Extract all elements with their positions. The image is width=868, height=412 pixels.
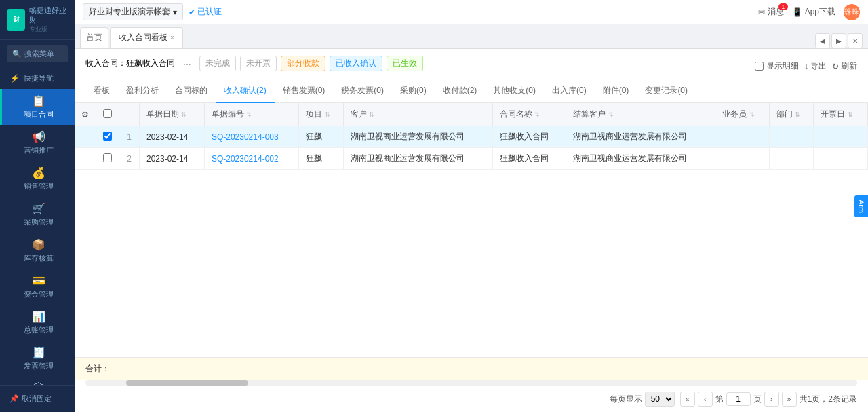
pagination: « ‹ 第 页 › » 共1页，2条记录 <box>680 392 857 407</box>
row-checkbox-2[interactable] <box>103 153 112 162</box>
page-header: 收入合同：狂飙收入合同 ··· 未完成 未开票 部分收款 已收入确认 已生效 显… <box>75 49 868 79</box>
status-tag-confirmed[interactable]: 已收入确认 <box>330 56 382 71</box>
scrollbar[interactable] <box>85 380 857 386</box>
sidebar-item-purchase[interactable]: 🛒 采购管理 <box>0 197 75 233</box>
tab-close-button[interactable]: × <box>170 34 174 41</box>
table-row[interactable]: 2 2023-02-14 SQ-20230214-002 狂飙 湖南卫视商业运营… <box>75 148 868 170</box>
topbar-right: ✉ 消息 1 📱 App下载 珠珠 <box>758 4 860 20</box>
th-dept[interactable]: 部门 ⇅ <box>769 103 814 126</box>
tab-tax-invoice[interactable]: 税务发票(0) <box>333 79 392 103</box>
tab-warehouse[interactable]: 出入库(0) <box>544 79 595 103</box>
per-page: 每页显示 50 <box>610 392 675 407</box>
row-checkbox-1[interactable] <box>103 132 112 141</box>
sidebar-item-tax[interactable]: 🏛 税务管理 <box>0 377 75 385</box>
message-button[interactable]: ✉ 消息 1 <box>758 6 784 18</box>
tab-arrows: ◀ ▶ ✕ <box>815 33 863 48</box>
search-icon: 🔍 <box>12 50 22 58</box>
th-customer[interactable]: 客户 ⇅ <box>343 103 492 126</box>
status-tag-uninvoiced[interactable]: 未开票 <box>240 56 277 71</box>
td-settings <box>75 148 96 170</box>
message-icon: ✉ <box>758 7 765 17</box>
chevron-down-icon: ▾ <box>173 7 177 17</box>
avatar: 珠珠 <box>844 4 860 20</box>
company-selector[interactable]: 好业财专业版演示帐套 ▾ <box>83 3 183 20</box>
tab-close-all-button[interactable]: ✕ <box>848 33 863 48</box>
th-bill-no[interactable]: 单据编号 ⇅ <box>204 103 298 126</box>
bill-no-link-1[interactable]: SQ-20230214-003 <box>212 132 279 142</box>
table-wrap: ⚙ 单据日期 ⇅ 单据编号 ⇅ 项目 ⇅ 客户 ⇅ 合同名称 ⇅ 结算客户 ⇅ … <box>75 103 868 357</box>
unpin-button[interactable]: 📌 取消固定 <box>7 391 68 407</box>
sort-salesman-icon: ⇅ <box>749 111 755 118</box>
sidebar: 财 畅捷通好业财 专业版 🔍 搜索菜单 ⚡ 快捷导航 📋 项目合同 📢 营销推广… <box>0 0 75 412</box>
tab-board[interactable]: 看板 <box>85 79 118 103</box>
search-menu-button[interactable]: 🔍 搜索菜单 <box>7 45 68 62</box>
status-tag-effective[interactable]: 已生效 <box>387 56 423 71</box>
td-settlement-2: 湖南卫视商业运营发展有限公司 <box>566 148 715 170</box>
quicknav-label: 快捷导航 <box>24 73 54 83</box>
tab-home[interactable]: 首页 <box>80 27 108 48</box>
tab-active[interactable]: 收入合同看板 × <box>110 27 183 48</box>
select-all-checkbox[interactable] <box>103 109 112 118</box>
tab-confirm[interactable]: 收入确认(2) <box>216 79 275 103</box>
show-detail-checkbox[interactable] <box>755 62 764 71</box>
tab-purchase[interactable]: 采购(0) <box>392 79 435 103</box>
th-salesman[interactable]: 业务员 ⇅ <box>715 103 770 126</box>
tab-prev-button[interactable]: ◀ <box>815 33 830 48</box>
th-project[interactable]: 项目 ⇅ <box>299 103 344 126</box>
sort-project-icon: ⇅ <box>325 111 330 118</box>
sidebar-nav: 📋 项目合同 📢 营销推广 💰 销售管理 🛒 采购管理 📦 库存核算 💳 资金管… <box>0 89 75 385</box>
th-settlement[interactable]: 结算客户 ⇅ <box>566 103 715 126</box>
scrollbar-thumb[interactable] <box>126 380 248 386</box>
inventory-icon: 📦 <box>32 238 45 251</box>
user-avatar-button[interactable]: 珠珠 <box>844 4 860 20</box>
th-contract[interactable]: 合同名称 ⇅ <box>492 103 566 126</box>
first-page-button[interactable]: « <box>680 392 695 407</box>
td-settlement-1: 湖南卫视商业运营发展有限公司 <box>566 126 715 148</box>
td-check[interactable] <box>96 126 119 148</box>
sort-settlement-icon: ⇅ <box>608 111 614 118</box>
td-date-1: 2023-02-14 <box>140 126 205 148</box>
td-check-2[interactable] <box>96 148 119 170</box>
refresh-button[interactable]: ↻ 刷新 <box>832 60 857 72</box>
total-label: 合计： <box>85 363 110 375</box>
tab-changes[interactable]: 变更记录(0) <box>637 79 696 103</box>
th-settings[interactable]: ⚙ <box>75 103 96 126</box>
next-page-button[interactable]: › <box>764 392 779 407</box>
sort-dept-icon: ⇅ <box>795 111 800 118</box>
tab-other[interactable]: 其他收支(0) <box>485 79 544 103</box>
more-button[interactable]: ··· <box>183 58 191 69</box>
th-bill-date[interactable]: 开票日 ⇅ <box>814 103 868 126</box>
sidebar-item-invoice[interactable]: 🧾 发票管理 <box>0 341 75 377</box>
tab-attachment[interactable]: 附件(0) <box>595 79 637 103</box>
sidebar-item-sales[interactable]: 💰 销售管理 <box>0 161 75 197</box>
app-download-button[interactable]: 📱 App下载 <box>792 6 835 18</box>
per-page-select[interactable]: 50 <box>645 392 675 407</box>
th-date[interactable]: 单据日期 ⇅ <box>140 103 205 126</box>
td-customer-1: 湖南卫视商业运营发展有限公司 <box>343 126 492 148</box>
logo-text: 畅捷通好业财 专业版 <box>29 5 68 34</box>
last-page-button[interactable]: » <box>782 392 797 407</box>
show-detail-checkbox-label[interactable]: 显示明细 <box>755 60 799 72</box>
tab-payment[interactable]: 收付款(2) <box>435 79 486 103</box>
export-button[interactable]: ↓ 导出 <box>804 60 827 72</box>
table-row[interactable]: 1 2023-02-14 SQ-20230214-003 狂飙 湖南卫视商业运营… <box>75 126 868 148</box>
sidebar-item-fund[interactable]: 💳 资金管理 <box>0 269 75 305</box>
status-tag-partial[interactable]: 部分收款 <box>281 56 326 71</box>
th-num <box>119 103 140 126</box>
tab-sales-invoice[interactable]: 销售发票(0) <box>275 79 334 103</box>
fund-icon: 💳 <box>32 274 45 287</box>
sidebar-item-marketing[interactable]: 📢 营销推广 <box>0 125 75 161</box>
page-input[interactable] <box>726 392 751 406</box>
prev-page-button[interactable]: ‹ <box>698 392 713 407</box>
tab-next-button[interactable]: ▶ <box>831 33 846 48</box>
tab-target[interactable]: 合同标的 <box>167 79 216 103</box>
bill-no-link-2[interactable]: SQ-20230214-002 <box>212 154 279 164</box>
tab-profit[interactable]: 盈利分析 <box>118 79 167 103</box>
th-check[interactable] <box>96 103 119 126</box>
sidebar-item-quicknav[interactable]: ⚡ 快捷导航 <box>0 68 75 89</box>
sidebar-item-project[interactable]: 📋 项目合同 <box>0 89 75 125</box>
sidebar-item-inventory[interactable]: 📦 库存核算 <box>0 233 75 269</box>
status-tag-incomplete[interactable]: 未完成 <box>199 56 236 71</box>
arm-button[interactable]: Arm <box>854 195 868 217</box>
sidebar-item-general[interactable]: 📊 总账管理 <box>0 305 75 341</box>
